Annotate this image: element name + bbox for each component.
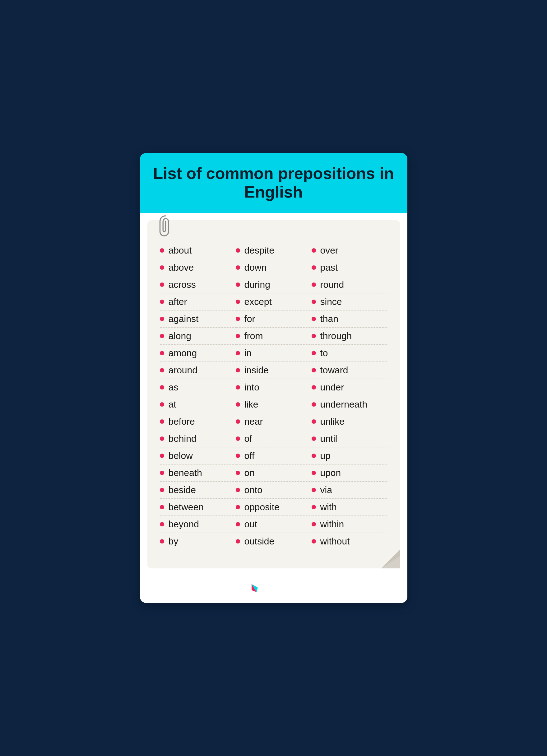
bullet-icon (311, 248, 316, 253)
list-item: down (236, 259, 311, 276)
bullet-icon (236, 402, 240, 407)
bullet-icon (236, 385, 240, 390)
word-label: about (169, 245, 192, 256)
page-title: List of common prepositions in English (152, 164, 395, 202)
list-item: in (236, 345, 311, 362)
bullet-icon (236, 436, 240, 441)
list-item: with (311, 499, 387, 516)
word-label: outside (245, 536, 274, 547)
card-body: aboutaboveacrossafteragainstalongamongar… (147, 220, 400, 568)
list-item: opposite (236, 499, 311, 516)
word-label: as (169, 382, 179, 393)
bullet-icon (311, 488, 316, 492)
bullet-icon (311, 351, 316, 355)
word-label: under (320, 382, 344, 393)
word-label: beyond (169, 519, 199, 530)
bullet-icon (236, 351, 240, 355)
list-item: of (236, 430, 311, 447)
list-item: for (236, 310, 311, 328)
column-3: overpastroundsincethanthroughtotowardund… (311, 242, 387, 550)
bullet-icon (311, 368, 316, 372)
list-item: unlike (311, 413, 387, 430)
word-label: via (320, 485, 332, 495)
list-item: toward (311, 362, 387, 379)
list-item: across (160, 276, 236, 293)
bullet-icon (160, 351, 164, 355)
word-label: upon (320, 468, 341, 478)
list-item: except (236, 293, 311, 310)
word-label: inside (245, 365, 269, 376)
word-label: out (245, 519, 258, 530)
bullet-icon (236, 539, 240, 544)
bullet-icon (236, 368, 240, 372)
bullet-icon (311, 317, 316, 321)
list-item: round (311, 276, 387, 293)
word-label: than (320, 314, 338, 324)
corner-fold-icon (381, 550, 400, 568)
list-item: without (311, 533, 387, 550)
list-item: via (311, 482, 387, 499)
word-label: among (169, 348, 197, 358)
list-item: outside (236, 533, 311, 550)
bullet-icon (160, 248, 164, 253)
word-label: into (245, 382, 260, 393)
list-item: above (160, 259, 236, 276)
list-item: among (160, 345, 236, 362)
bullet-icon (160, 419, 164, 424)
preply-icon (250, 583, 262, 595)
bullet-icon (160, 334, 164, 338)
columns-container: aboutaboveacrossafteragainstalongamongar… (160, 242, 387, 550)
list-item: out (236, 516, 311, 533)
bullet-icon (236, 317, 240, 321)
list-item: up (311, 447, 387, 464)
list-item: along (160, 328, 236, 345)
bullet-icon (160, 265, 164, 270)
bullet-icon (236, 505, 240, 509)
word-label: around (169, 365, 198, 376)
list-item: like (236, 396, 311, 413)
bullet-icon (160, 488, 164, 492)
bullet-icon (160, 300, 164, 304)
bullet-icon (160, 368, 164, 372)
word-label: despite (245, 245, 274, 256)
word-label: opposite (245, 502, 279, 512)
list-item: inside (236, 362, 311, 379)
list-item: through (311, 328, 387, 345)
word-label: along (169, 331, 191, 341)
list-item: beside (160, 482, 236, 499)
list-item: since (311, 293, 387, 310)
word-label: between (169, 502, 204, 512)
word-label: below (169, 450, 193, 461)
word-label: near (245, 416, 263, 427)
word-label: within (320, 519, 344, 530)
bullet-icon (160, 522, 164, 526)
list-item: upon (311, 464, 387, 482)
word-label: for (245, 314, 255, 324)
word-label: across (169, 279, 196, 290)
list-item: into (236, 379, 311, 396)
list-item: at (160, 396, 236, 413)
list-item: from (236, 328, 311, 345)
word-label: down (245, 262, 267, 273)
bullet-icon (160, 402, 164, 407)
bullet-icon (160, 282, 164, 287)
list-item: behind (160, 430, 236, 447)
bullet-icon (311, 419, 316, 424)
bullet-icon (311, 471, 316, 475)
list-item: after (160, 293, 236, 310)
word-label: underneath (320, 399, 367, 410)
word-label: on (245, 468, 255, 478)
bullet-icon (236, 522, 240, 526)
list-item: on (236, 464, 311, 482)
list-item: during (236, 276, 311, 293)
word-label: until (320, 433, 337, 444)
bullet-icon (311, 505, 316, 509)
list-item: under (311, 379, 387, 396)
word-label: above (169, 262, 194, 273)
bullet-icon (160, 317, 164, 321)
bullet-icon (160, 436, 164, 441)
word-label: unlike (320, 416, 344, 427)
list-item: as (160, 379, 236, 396)
word-label: during (245, 279, 270, 290)
bullet-icon (236, 334, 240, 338)
